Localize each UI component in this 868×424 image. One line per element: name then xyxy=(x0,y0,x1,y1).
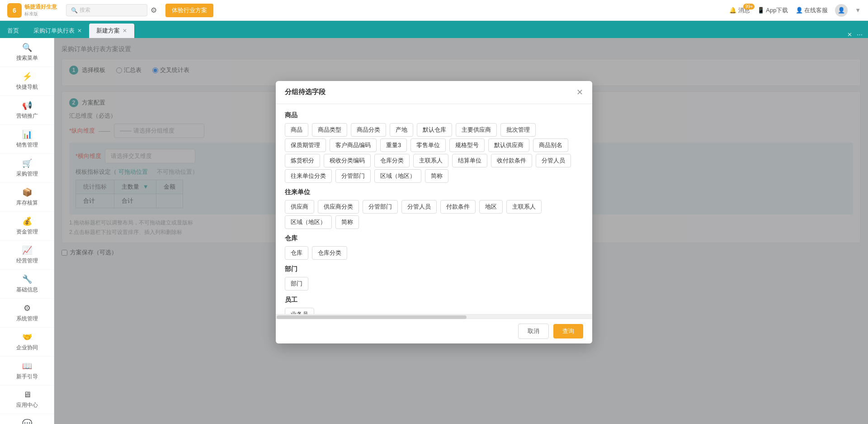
tab-bar-more-icon[interactable]: ⋯ xyxy=(857,31,863,38)
sidebar: 🔍 搜索菜单 ⚡ 快捷导航 📢 营销推广 📊 销售管理 🛒 采购管理 📦 库存核… xyxy=(0,38,54,424)
logo-name: 畅捷通好生意 xyxy=(24,3,57,11)
field-region-area2[interactable]: 区域（地区） xyxy=(285,215,332,229)
field-default-warehouse[interactable]: 默认仓库 xyxy=(417,123,452,137)
field-supplier-category[interactable]: 供应商分类 xyxy=(318,200,359,214)
field-product[interactable]: 商品 xyxy=(285,123,308,137)
sidebar-item-wechat[interactable]: 💬 企业微信 xyxy=(0,414,54,424)
field-abbr1[interactable]: 简称 xyxy=(425,169,448,183)
app-download[interactable]: 📱 App下载 xyxy=(757,6,788,14)
sidebar-item-collab[interactable]: 🤝 企业协同 xyxy=(0,328,54,357)
field-smelt-points[interactable]: 炼货积分 xyxy=(285,154,320,167)
field-product-category[interactable]: 商品分类 xyxy=(351,123,386,137)
tab-new-plan-close[interactable]: ✕ xyxy=(123,28,127,34)
sidebar-ops-label: 经营管理 xyxy=(16,257,38,265)
field-customer-code[interactable]: 客户商品编码 xyxy=(330,138,377,152)
field-batch-mgmt[interactable]: 批次管理 xyxy=(500,123,536,137)
tab-bar: 首页 采购订单执行表 ✕ 新建方案 ✕ ✕ ⋯ xyxy=(0,21,868,38)
field-main-contact[interactable]: 主联系人 xyxy=(413,154,448,167)
field-warehouse-category[interactable]: 仓库分类 xyxy=(374,154,410,167)
field-region2[interactable]: 地区 xyxy=(479,200,503,214)
section-product-fields-4: 往来单位分类 分管部门 区域（地区） 简称 xyxy=(285,169,583,183)
ops-icon: 📈 xyxy=(22,245,32,255)
tab-purchase-label: 采购订单执行表 xyxy=(33,27,75,35)
tab-purchase-close[interactable]: ✕ xyxy=(77,28,82,34)
field-default-supplier[interactable]: 默认供应商 xyxy=(488,138,529,152)
sidebar-guide-label: 新手引导 xyxy=(16,373,38,381)
modal-body[interactable]: 商品 商品 商品类型 商品分类 产地 默认仓库 主要供应商 批次管理 保质期管理… xyxy=(276,104,592,314)
field-dept[interactable]: 分管部门 xyxy=(335,169,371,183)
notification-area[interactable]: 🔔 消息 99+ xyxy=(729,6,750,14)
field-warehouse[interactable]: 仓库 xyxy=(285,246,308,260)
modal-close-button[interactable]: ✕ xyxy=(576,87,583,97)
field-settlement-unit[interactable]: 结算单位 xyxy=(452,154,487,167)
collab-icon: 🤝 xyxy=(22,332,32,342)
field-warehouse-type[interactable]: 仓库分类 xyxy=(312,246,347,260)
sidebar-item-search[interactable]: 🔍 搜索菜单 xyxy=(0,38,54,67)
sidebar-item-basics[interactable]: 🔧 基础信息 xyxy=(0,270,54,299)
sidebar-item-quick-nav[interactable]: ⚡ 快捷导航 xyxy=(0,67,54,96)
modal-hscrollbar[interactable] xyxy=(276,314,592,318)
field-region1[interactable]: 区域（地区） xyxy=(374,169,421,183)
sidebar-item-system[interactable]: ⚙ 系统管理 xyxy=(0,299,54,328)
field-abbr2[interactable]: 简称 xyxy=(335,215,359,229)
trial-button[interactable]: 体验行业方案 xyxy=(165,4,213,17)
sidebar-item-ops[interactable]: 📈 经营管理 xyxy=(0,241,54,270)
field-origin[interactable]: 产地 xyxy=(390,123,413,137)
logo-subname: 标准版 xyxy=(24,11,57,17)
tab-new-plan[interactable]: 新建方案 ✕ xyxy=(89,24,134,38)
tab-home[interactable]: 首页 xyxy=(0,24,26,38)
field-payment-cond[interactable]: 付款条件 xyxy=(440,200,476,214)
field-supplier[interactable]: 供应商 xyxy=(285,200,314,214)
modal-header: 分组待选字段 ✕ xyxy=(276,81,592,104)
field-salesperson[interactable]: 业务员 xyxy=(285,308,314,314)
field-department[interactable]: 部门 xyxy=(285,277,308,291)
sidebar-item-apps[interactable]: 🖥 应用中心 xyxy=(0,386,54,414)
sidebar-item-sales[interactable]: 📊 销售管理 xyxy=(0,125,54,154)
field-product-type[interactable]: 商品类型 xyxy=(312,123,347,137)
sidebar-quick-label: 快捷导航 xyxy=(16,83,38,91)
tab-home-label: 首页 xyxy=(7,27,19,35)
tab-bar-close-icon[interactable]: ✕ xyxy=(847,31,852,38)
section-partner-fields-2: 区域（地区） 简称 xyxy=(285,215,583,229)
sidebar-item-marketing[interactable]: 📢 营销推广 xyxy=(0,96,54,125)
user-avatar[interactable]: 👤 xyxy=(835,4,848,17)
inventory-icon: 📦 xyxy=(22,187,32,197)
field-product-alias[interactable]: 商品别名 xyxy=(533,138,568,152)
field-tax-code[interactable]: 税收分类编码 xyxy=(324,154,371,167)
section-employee-fields: 业务员 xyxy=(285,308,583,314)
field-payment-terms[interactable]: 收付款条件 xyxy=(491,154,532,167)
message-icon: 🔔 xyxy=(729,7,736,14)
sidebar-system-label: 系统管理 xyxy=(16,315,38,323)
sidebar-inventory-label: 库存核算 xyxy=(16,199,38,207)
top-search-bar[interactable]: 🔍 搜索 xyxy=(66,4,147,16)
quick-nav-icon: ⚡ xyxy=(22,71,32,81)
service-icon: 👤 xyxy=(796,7,803,14)
section-product-fields-2: 保质期管理 客户商品编码 重量3 零售单位 规格型号 默认供应商 商品别名 xyxy=(285,138,583,152)
sidebar-collab-label: 企业协同 xyxy=(16,344,38,352)
field-weight3[interactable]: 重量3 xyxy=(380,138,407,152)
basics-icon: 🔧 xyxy=(22,274,32,284)
field-manager2[interactable]: 分管人员 xyxy=(401,200,437,214)
field-spec-model[interactable]: 规格型号 xyxy=(449,138,485,152)
sidebar-apps-label: 应用中心 xyxy=(16,401,38,409)
field-select-modal: 分组待选字段 ✕ 商品 商品 商品类型 商品分类 产地 默认仓库 主要供应商 批… xyxy=(276,81,592,343)
sidebar-item-purchase[interactable]: 🛒 采购管理 xyxy=(0,154,54,183)
field-contact2[interactable]: 主联系人 xyxy=(506,200,542,214)
confirm-button[interactable]: 查询 xyxy=(553,324,583,338)
settings-button[interactable]: ⚙ xyxy=(147,4,160,17)
field-dept2[interactable]: 分管部门 xyxy=(363,200,398,214)
wechat-icon: 💬 xyxy=(22,419,32,424)
expand-icon[interactable]: ▼ xyxy=(855,7,861,14)
tab-purchase-order[interactable]: 采购订单执行表 ✕ xyxy=(26,24,89,38)
sidebar-item-inventory[interactable]: 📦 库存核算 xyxy=(0,183,54,212)
cancel-button[interactable]: 取消 xyxy=(518,324,549,339)
section-product-fields-3: 炼货积分 税收分类编码 仓库分类 主联系人 结算单位 收付款条件 分管人员 xyxy=(285,154,583,167)
sidebar-item-guide[interactable]: 📖 新手引导 xyxy=(0,357,54,386)
field-expiry-mgmt[interactable]: 保质期管理 xyxy=(285,138,326,152)
field-manager[interactable]: 分管人员 xyxy=(536,154,571,167)
online-service[interactable]: 👤 在线客服 xyxy=(796,6,828,14)
field-retail-unit[interactable]: 零售单位 xyxy=(410,138,446,152)
field-main-supplier[interactable]: 主要供应商 xyxy=(456,123,497,137)
field-unit-category[interactable]: 往来单位分类 xyxy=(285,169,332,183)
sidebar-item-finance[interactable]: 💰 资金管理 xyxy=(0,212,54,241)
